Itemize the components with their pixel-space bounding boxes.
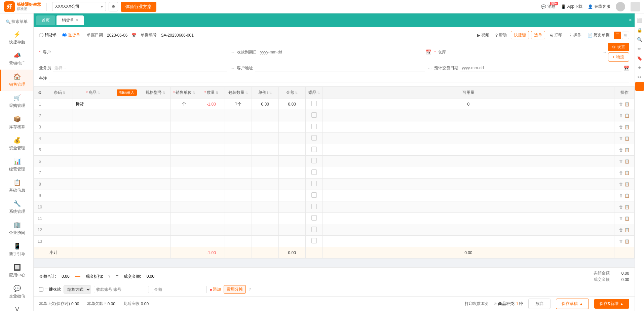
one-click-checkbox[interactable]: 一键收款 (39, 286, 61, 292)
barcode-input[interactable] (49, 102, 70, 107)
form-settings-btn[interactable]: ⚙ 设置 (608, 43, 629, 51)
spec-input[interactable] (143, 239, 167, 244)
sidebar-item-app-center[interactable]: 🔲 应用中心 (0, 260, 33, 281)
cell-barcode[interactable] (46, 201, 73, 213)
right-panel-star-icon[interactable]: ★ (635, 63, 644, 72)
barcode-input[interactable] (49, 239, 70, 244)
gift-checkbox[interactable] (311, 204, 317, 209)
cell-product[interactable] (73, 179, 113, 190)
delete-icon[interactable]: 🗑 (619, 125, 623, 129)
delete-icon[interactable]: 🗑 (619, 182, 623, 187)
barcode-input[interactable] (49, 159, 70, 164)
sidebar-item-basic-info[interactable]: 📋 基础信息 (0, 176, 33, 197)
help-btn[interactable]: ? 帮助 (493, 31, 509, 39)
gift-checkbox[interactable] (311, 147, 317, 152)
spec-input[interactable] (143, 170, 167, 175)
gift-checkbox[interactable] (311, 101, 317, 106)
sidebar-item-member[interactable]: V 畅会员 (0, 303, 33, 311)
cell-gift[interactable] (305, 167, 323, 179)
cell-spec[interactable] (140, 179, 171, 190)
gift-checkbox[interactable] (311, 124, 317, 129)
gift-checkbox[interactable] (311, 238, 317, 243)
cell-gift[interactable] (305, 144, 323, 156)
cell-barcode[interactable] (46, 213, 73, 224)
gift-checkbox[interactable] (311, 135, 317, 141)
copy-icon[interactable]: 📋 (624, 182, 630, 187)
cell-gift[interactable] (305, 133, 323, 144)
cell-product[interactable] (73, 213, 113, 224)
cell-spec[interactable] (140, 121, 171, 133)
right-panel-scissors-icon[interactable]: ✂ (635, 73, 644, 81)
delete-icon[interactable]: 🗑 (619, 228, 623, 232)
one-click-check[interactable] (39, 287, 43, 291)
cell-product[interactable] (73, 201, 113, 213)
delete-icon[interactable]: 🗑 (619, 205, 623, 209)
copy-icon[interactable]: 📋 (624, 239, 630, 244)
notes-input[interactable] (49, 75, 629, 82)
th-gear[interactable]: ⚙ (34, 87, 46, 99)
date-calendar-icon[interactable]: 📅 (131, 33, 137, 38)
cell-qty[interactable]: -1.00 (198, 99, 225, 110)
barcode-input[interactable] (49, 193, 70, 198)
product-input[interactable] (76, 136, 110, 141)
sale-order-radio[interactable]: 销货单 (39, 32, 57, 38)
cell-gift[interactable] (305, 99, 323, 110)
product-input[interactable] (76, 148, 110, 152)
cell-qty[interactable] (198, 179, 225, 190)
spec-input[interactable] (143, 102, 167, 107)
cell-spec[interactable] (140, 213, 171, 224)
cell-gift[interactable] (305, 224, 323, 236)
salesperson-input[interactable] (53, 64, 227, 72)
sidebar-item-inventory[interactable]: 📦 库存核算 (0, 112, 33, 133)
cell-gift[interactable] (305, 156, 323, 167)
tab-sales-order[interactable]: 销货单 × (56, 15, 84, 25)
salesperson-dots[interactable]: ··· (231, 66, 234, 71)
delete-icon[interactable]: 🗑 (619, 239, 623, 244)
product-input[interactable] (76, 125, 110, 129)
cell-gift[interactable] (305, 121, 323, 133)
th-scan[interactable]: 扫码录入 (113, 87, 140, 99)
product-input[interactable] (76, 113, 110, 118)
product-type-icon[interactable]: ⊙ (494, 301, 497, 306)
right-panel-orange-icon[interactable] (635, 82, 644, 91)
product-input[interactable] (76, 205, 110, 209)
barcode-input[interactable] (49, 182, 70, 187)
copy-icon[interactable]: 📋 (624, 205, 630, 209)
sidebar-item-wechat[interactable]: 💬 企业微信 (0, 281, 33, 303)
cell-gift[interactable] (305, 201, 323, 213)
cell-qty[interactable] (198, 121, 225, 133)
delete-icon[interactable]: 🗑 (619, 148, 623, 152)
cell-qty[interactable] (198, 167, 225, 179)
payment-calendar-icon[interactable]: 📅 (426, 49, 431, 55)
product-input[interactable] (76, 216, 110, 221)
cell-product[interactable] (73, 110, 113, 121)
operation-btn[interactable]: ⋮ 操作 (566, 31, 583, 39)
barcode-input[interactable] (49, 148, 70, 152)
cell-qty[interactable] (198, 144, 225, 156)
copy-icon[interactable]: 📋 (624, 125, 630, 129)
return-radio-input[interactable] (62, 33, 67, 37)
cell-spec[interactable] (140, 99, 171, 110)
cell-qty[interactable] (198, 201, 225, 213)
logistics-btn[interactable]: + 物流 (608, 52, 629, 62)
print-btn[interactable]: 🖨 打印 (547, 31, 564, 39)
sidebar-item-enterprise[interactable]: 🏢 企业协同 (0, 218, 33, 239)
search-menu[interactable]: 🔍 搜索菜单 (0, 16, 33, 27)
delete-icon[interactable]: 🗑 (619, 159, 623, 164)
cell-gift[interactable] (305, 190, 323, 201)
gift-checkbox[interactable] (311, 192, 317, 198)
price-info-icon[interactable]: ℹ (267, 90, 268, 95)
company-selector[interactable]: XXXXXX公司 ▾ (52, 2, 106, 11)
delete-icon[interactable]: 🗑 (619, 113, 623, 118)
save-new-btn[interactable]: 保存&新增 ▲ (594, 299, 629, 309)
barcode-input[interactable] (49, 228, 70, 232)
cell-barcode[interactable] (46, 99, 73, 110)
copy-icon[interactable]: 📋 (624, 216, 630, 221)
spec-input[interactable] (143, 136, 167, 141)
app-download-btn[interactable]: 📱 App下载 (561, 4, 582, 9)
gift-checkbox[interactable] (311, 169, 317, 175)
right-panel-search-icon[interactable]: 🔍 (635, 35, 644, 44)
cell-product[interactable] (73, 156, 113, 167)
sidebar-item-system[interactable]: 🔧 系统管理 (0, 197, 33, 218)
expense-info-icon[interactable]: ? (249, 287, 251, 292)
